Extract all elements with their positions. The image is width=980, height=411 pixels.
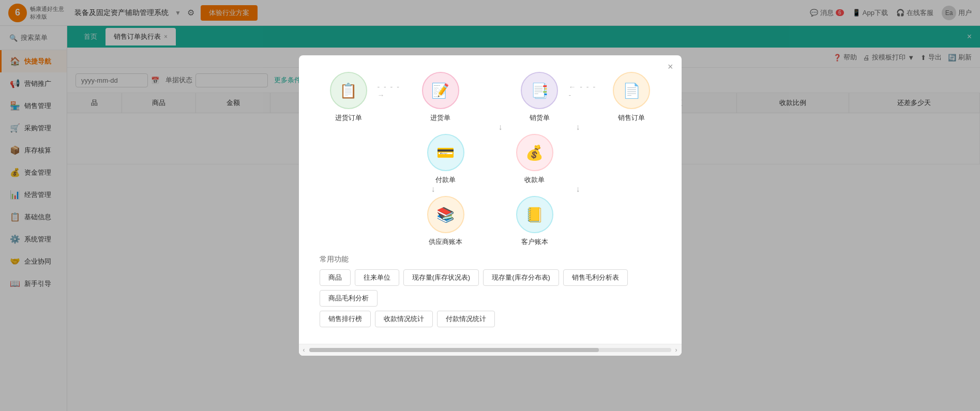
purchase-order-icon: 📋 (339, 82, 357, 99)
customer-ledger-circle[interactable]: 📒 (516, 196, 553, 233)
common-btn-product[interactable]: 商品 (320, 269, 351, 286)
scroll-right-btn[interactable]: › (675, 346, 677, 354)
popup-scrollbar: ‹ › (299, 344, 682, 356)
flow-node-receipt-bill: 💰 收款单 (516, 134, 553, 185)
common-btn-counterparty[interactable]: 往来单位 (355, 269, 399, 286)
customer-ledger-icon: 📒 (525, 206, 544, 223)
payment-bill-circle[interactable]: 💳 (427, 134, 464, 171)
scroll-thumb (309, 348, 599, 352)
common-btn-product-margin[interactable]: 商品毛利分析 (320, 290, 378, 307)
sales-order-label: 销售订单 (618, 113, 645, 123)
common-section-title: 常用功能 (320, 255, 661, 264)
common-btn-stock-dist[interactable]: 现存量(库存分布表) (483, 269, 559, 286)
scroll-track[interactable] (309, 348, 671, 352)
flow-node-purchase-bill: 📝 进货单 (422, 72, 459, 123)
common-btn-sales-margin[interactable]: 销售毛利分析表 (563, 269, 628, 286)
purchase-order-circle[interactable]: 📋 (330, 72, 367, 109)
flow-diagram: 📋 进货订单 - - - - → 📝 进货单 (320, 72, 661, 247)
purchase-bill-icon: 📝 (431, 82, 449, 99)
common-btn-sales-rank[interactable]: 销售排行榜 (320, 311, 371, 327)
flow-row-1: 📋 进货订单 - - - - → 📝 进货单 (320, 72, 661, 123)
arrow-left-dashed: ← - - - - (568, 83, 602, 99)
purchase-bill-circle[interactable]: 📝 (422, 72, 459, 109)
customer-ledger-label: 客户账本 (521, 237, 548, 247)
scroll-left-btn[interactable]: ‹ (303, 346, 305, 354)
sales-bill-label: 销货单 (530, 113, 550, 123)
purchase-bill-label: 进货单 (430, 113, 450, 123)
common-btn-payment-stats[interactable]: 付款情况统计 (437, 311, 495, 327)
arrow-down-customer: ↓ (576, 185, 580, 194)
flow-row-3: 📚 供应商账本 📒 客户账本 (334, 196, 646, 247)
sales-bill-circle[interactable]: 📑 (521, 72, 558, 109)
flow-row-2: 💳 付款单 💰 收款单 (334, 134, 646, 185)
flow-node-supplier-ledger: 📚 供应商账本 (427, 196, 464, 247)
common-btn-stock-status[interactable]: 现存量(库存状况表) (403, 269, 479, 286)
flow-node-sales-bill: 📑 销货单 (521, 72, 558, 123)
popup-overlay[interactable]: × 📋 进货订单 - - - - → (0, 0, 980, 411)
receipt-bill-circle[interactable]: 💰 (516, 134, 553, 171)
popup-body: 📋 进货订单 - - - - → 📝 进货单 (299, 55, 682, 344)
common-buttons-row-2: 销售排行榜 收款情况统计 付款情况统计 (320, 311, 661, 327)
sales-bill-icon: 📑 (531, 82, 549, 99)
common-btn-receipt-stats[interactable]: 收款情况统计 (375, 311, 433, 327)
supplier-ledger-icon: 📚 (436, 206, 455, 223)
receipt-bill-icon: 💰 (525, 144, 544, 161)
supplier-ledger-label: 供应商账本 (429, 237, 462, 247)
flow-row-arrows-2: ↓ ↓ (376, 185, 604, 194)
popup-close-btn[interactable]: × (668, 62, 673, 72)
payment-bill-icon: 💳 (436, 144, 455, 161)
common-section: 常用功能 商品 往来单位 现存量(库存状况表) 现存量(库存分布表) 销售毛利分… (320, 255, 661, 327)
app-container: 6 畅康通好生意 标准版 装备及固定资产辅助管理系统 ▼ ⚙ 体验行业方案 💬 … (0, 0, 980, 411)
flow-node-purchase-order: 📋 进货订单 (330, 72, 367, 123)
common-buttons-row-1: 商品 往来单位 现存量(库存状况表) 现存量(库存分布表) 销售毛利分析表 商品… (320, 269, 661, 307)
flow-node-sales-order: 📄 销售订单 (613, 72, 650, 123)
purchase-order-label: 进货订单 (335, 113, 362, 123)
flow-node-payment-bill: 💳 付款单 (427, 134, 464, 185)
receipt-bill-label: 收款单 (524, 175, 545, 185)
arrow-down-payment: ↓ (499, 123, 503, 132)
arrow-right-dashed: - - - - → (378, 83, 412, 99)
supplier-ledger-circle[interactable]: 📚 (427, 196, 464, 233)
arrow-down-receipt: ↓ (576, 123, 580, 132)
flow-node-customer-ledger: 📒 客户账本 (516, 196, 553, 247)
arrow-down-supplier: ↓ (431, 185, 435, 194)
popup-dialog: × 📋 进货订单 - - - - → (299, 55, 682, 356)
payment-bill-label: 付款单 (435, 175, 456, 185)
flow-row-arrows: ↓ ↓ (376, 123, 604, 132)
sales-order-circle[interactable]: 📄 (613, 72, 650, 109)
sales-order-icon: 📄 (623, 82, 641, 99)
